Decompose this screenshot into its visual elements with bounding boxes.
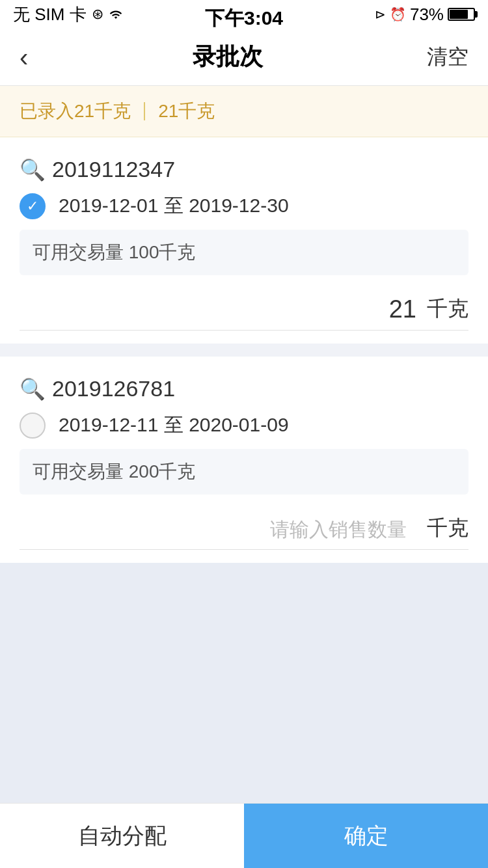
wifi-icon: ⊛ — [92, 6, 103, 23]
batch-date-1: 2019-12-01 至 2019-12-30 — [59, 193, 289, 219]
quantity-input-2[interactable] — [20, 515, 416, 542]
bottom-bar: 自动分配 确定 — [0, 803, 488, 868]
clear-button[interactable]: 清空 — [427, 43, 468, 72]
doc-icon-1: 🔍 — [20, 157, 46, 182]
batch-id-1: 2019112347 — [52, 157, 175, 182]
total-label: 21千克 — [158, 99, 215, 124]
battery-percent: 73% — [410, 5, 444, 25]
banner-divider — [144, 102, 145, 120]
confirm-button[interactable]: 确定 — [244, 804, 488, 868]
batch-available-1: 可用交易量 100千克 — [20, 230, 468, 275]
batch-card-1: 🔍 2019112347 ✓ 2019-12-01 至 2019-12-30 可… — [0, 137, 488, 344]
doc-icon-2: 🔍 — [20, 377, 46, 401]
page-content: 已录入21千克 21千克 🔍 2019112347 ✓ 2019-12-01 至… — [0, 86, 488, 823]
status-bar: 无 SIM 卡 ⊛ 下午3:04 ⊳ ⏰ 73% — [0, 0, 488, 29]
carrier-label: 无 SIM 卡 — [13, 3, 87, 26]
info-banner: 已录入21千克 21千克 — [0, 86, 488, 137]
batch-date-row-1: ✓ 2019-12-01 至 2019-12-30 — [20, 193, 468, 219]
input-unit-2: 千克 — [427, 514, 468, 543]
batch-card-2: 🔍 2019126781 2019-12-11 至 2020-01-09 可用交… — [0, 357, 488, 563]
batch-date-2: 2019-12-11 至 2020-01-09 — [59, 412, 289, 439]
batch-amount-row-1: 21 千克 — [20, 288, 468, 331]
batch-id-2: 2019126781 — [52, 376, 175, 401]
amount-value-1: 21 — [389, 295, 416, 323]
batch-available-2: 可用交易量 200千克 — [20, 449, 468, 495]
radio-1[interactable]: ✓ — [20, 193, 46, 219]
back-button[interactable]: ‹ — [20, 44, 28, 70]
alarm-icon: ⏰ — [390, 7, 406, 22]
wifi-signal-icon — [109, 6, 123, 23]
nav-title: 录批次 — [193, 41, 263, 73]
recorded-label: 已录入21千克 — [20, 99, 131, 124]
location-icon: ⊳ — [375, 7, 386, 22]
nav-bar: ‹ 录批次 清空 — [0, 29, 488, 86]
batch-header-2: 🔍 2019126781 — [20, 376, 468, 401]
auto-distribute-button[interactable]: 自动分配 — [0, 804, 244, 868]
amount-unit-1: 千克 — [427, 295, 468, 323]
time-label: 下午3:04 — [205, 5, 283, 32]
section-gap-1 — [0, 344, 488, 357]
status-left: 无 SIM 卡 ⊛ — [13, 3, 123, 26]
empty-area — [0, 563, 488, 823]
input-row-2: 千克 — [20, 508, 468, 550]
status-right: ⊳ ⏰ 73% — [375, 5, 475, 25]
battery-icon — [448, 8, 475, 21]
radio-2[interactable] — [20, 413, 46, 439]
batch-date-row-2: 2019-12-11 至 2020-01-09 — [20, 412, 468, 439]
batch-header-1: 🔍 2019112347 — [20, 157, 468, 182]
